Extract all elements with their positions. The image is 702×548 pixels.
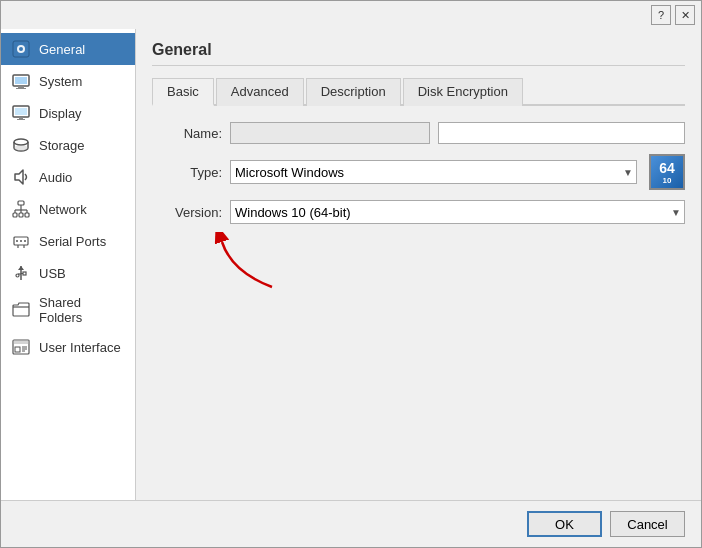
svg-marker-13 xyxy=(15,170,23,184)
svg-rect-4 xyxy=(15,77,27,84)
svg-point-11 xyxy=(14,139,28,145)
name-row: Name: xyxy=(152,122,685,144)
network-icon xyxy=(11,199,31,219)
shared-folders-icon xyxy=(11,300,31,320)
sidebar-label-network: Network xyxy=(39,202,87,217)
tab-disk-encryption[interactable]: Disk Encryption xyxy=(403,78,523,106)
sidebar-label-storage: Storage xyxy=(39,138,85,153)
close-button[interactable]: ✕ xyxy=(675,5,695,25)
arrow-svg xyxy=(212,232,292,292)
os-icon-inner: 64 10 xyxy=(659,160,675,185)
cancel-button[interactable]: Cancel xyxy=(610,511,685,537)
sidebar-item-general[interactable]: General xyxy=(1,33,135,65)
name-input-extra[interactable] xyxy=(438,122,685,144)
sidebar-label-shared-folders: Shared Folders xyxy=(39,295,125,325)
sidebar-label-audio: Audio xyxy=(39,170,72,185)
version-select[interactable]: Windows 10 (64-bit) Windows 10 (32-bit) … xyxy=(230,200,685,224)
os-icon-text: 64 xyxy=(659,160,675,176)
svg-rect-15 xyxy=(13,213,17,217)
dialog-footer: OK Cancel xyxy=(1,500,701,547)
svg-point-26 xyxy=(24,240,26,242)
svg-rect-31 xyxy=(23,272,26,275)
name-label: Name: xyxy=(152,126,222,141)
type-row: Type: Microsoft Windows Linux macOS Othe… xyxy=(152,154,685,190)
tab-advanced[interactable]: Advanced xyxy=(216,78,304,106)
user-interface-icon xyxy=(11,337,31,357)
svg-rect-9 xyxy=(19,117,23,119)
svg-rect-6 xyxy=(16,88,26,89)
sidebar-label-general: General xyxy=(39,42,85,57)
sidebar-item-user-interface[interactable]: User Interface xyxy=(1,331,135,363)
sidebar-item-usb[interactable]: USB xyxy=(1,257,135,289)
tab-bar: Basic Advanced Description Disk Encrypti… xyxy=(152,76,685,106)
tab-description[interactable]: Description xyxy=(306,78,401,106)
usb-icon xyxy=(11,263,31,283)
sidebar-item-network[interactable]: Network xyxy=(1,193,135,225)
dialog-body: General System xyxy=(1,29,701,500)
type-select-wrapper: Microsoft Windows Linux macOS Other ▼ xyxy=(230,160,637,184)
sidebar-label-serial-ports: Serial Ports xyxy=(39,234,106,249)
sidebar-label-usb: USB xyxy=(39,266,66,281)
os-icon: 64 10 xyxy=(649,154,685,190)
section-title: General xyxy=(152,41,685,66)
svg-point-2 xyxy=(19,47,23,51)
svg-rect-36 xyxy=(13,340,29,344)
svg-rect-17 xyxy=(25,213,29,217)
svg-point-34 xyxy=(16,274,19,277)
help-button[interactable]: ? xyxy=(651,5,671,25)
svg-marker-30 xyxy=(18,266,24,270)
type-label: Type: xyxy=(152,165,222,180)
main-content: General Basic Advanced Description Disk … xyxy=(136,29,701,500)
sidebar-item-display[interactable]: Display xyxy=(1,97,135,129)
version-select-wrapper: Windows 10 (64-bit) Windows 10 (32-bit) … xyxy=(230,200,685,224)
version-label: Version: xyxy=(152,205,222,220)
ok-button[interactable]: OK xyxy=(527,511,602,537)
form-area: Name: Type: Microsoft Windows Linux macO… xyxy=(152,122,685,224)
os-icon-subtext: 10 xyxy=(663,176,672,185)
sidebar-label-display: Display xyxy=(39,106,82,121)
sidebar-label-user-interface: User Interface xyxy=(39,340,121,355)
arrow-annotation xyxy=(212,232,685,292)
svg-point-24 xyxy=(16,240,18,242)
svg-rect-14 xyxy=(18,201,24,205)
display-icon xyxy=(11,103,31,123)
svg-rect-16 xyxy=(19,213,23,217)
svg-rect-5 xyxy=(18,86,24,88)
sidebar-item-system[interactable]: System xyxy=(1,65,135,97)
sidebar-label-system: System xyxy=(39,74,82,89)
svg-rect-10 xyxy=(17,119,25,120)
type-select[interactable]: Microsoft Windows Linux macOS Other xyxy=(230,160,637,184)
sidebar-item-shared-folders[interactable]: Shared Folders xyxy=(1,289,135,331)
svg-rect-8 xyxy=(15,108,27,115)
audio-icon xyxy=(11,167,31,187)
name-input[interactable] xyxy=(230,122,430,144)
tab-basic[interactable]: Basic xyxy=(152,78,214,106)
general-icon xyxy=(11,39,31,59)
storage-icon xyxy=(11,135,31,155)
sidebar-item-storage[interactable]: Storage xyxy=(1,129,135,161)
sidebar-item-audio[interactable]: Audio xyxy=(1,161,135,193)
sidebar-item-serial-ports[interactable]: Serial Ports xyxy=(1,225,135,257)
sidebar: General System xyxy=(1,29,136,500)
system-icon xyxy=(11,71,31,91)
serial-ports-icon xyxy=(11,231,31,251)
svg-point-12 xyxy=(14,145,28,151)
version-row: Version: Windows 10 (64-bit) Windows 10 … xyxy=(152,200,685,224)
svg-rect-37 xyxy=(15,347,20,352)
dialog-window: ? ✕ General xyxy=(0,0,702,548)
svg-point-25 xyxy=(20,240,22,242)
title-bar: ? ✕ xyxy=(1,1,701,29)
